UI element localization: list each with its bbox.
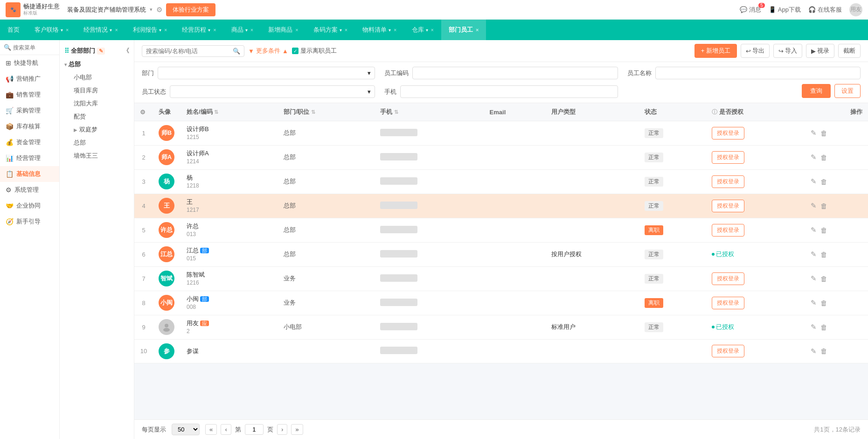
try-btn[interactable]: 体验行业方案 bbox=[166, 3, 215, 16]
tree-node-distribution[interactable]: 配货 bbox=[60, 110, 134, 123]
delete-btn[interactable]: 🗑 bbox=[820, 299, 827, 307]
tab-operation[interactable]: 经营情况 ▾ × bbox=[76, 20, 125, 40]
col-phone[interactable]: 手机 ⇅ bbox=[375, 103, 484, 121]
edit-btn[interactable]: ✎ bbox=[811, 250, 817, 258]
phone-input[interactable] bbox=[400, 85, 618, 98]
export-btn[interactable]: ↩ 导出 bbox=[741, 44, 770, 58]
sidebar-item-system[interactable]: ⚙ 系统管理 bbox=[0, 182, 59, 198]
delete-btn[interactable]: 🗑 bbox=[820, 129, 827, 137]
emp-name-input[interactable] bbox=[655, 67, 861, 79]
auth-login-btn[interactable]: 授权登录 bbox=[712, 297, 744, 309]
page-input[interactable] bbox=[245, 424, 264, 435]
tree-node-project[interactable]: 项目库房 bbox=[60, 84, 134, 97]
auth-login-btn[interactable]: 授权登录 bbox=[712, 345, 744, 357]
sidebar-item-finance[interactable]: 💰 资金管理 bbox=[0, 134, 59, 150]
settings-icon[interactable]: ⚙ bbox=[140, 109, 146, 116]
col-settings[interactable]: ⚙ bbox=[134, 103, 153, 121]
set-btn[interactable]: 设置 bbox=[834, 84, 861, 98]
sidebar-item-operation[interactable]: 📊 经营管理 bbox=[0, 150, 59, 166]
edit-btn[interactable]: ✎ bbox=[811, 129, 817, 137]
sidebar-item-purchase[interactable]: 🛒 采购管理 bbox=[0, 103, 59, 118]
show-resigned-wrap[interactable]: ✓ 显示离职员工 bbox=[292, 47, 337, 55]
delete-btn[interactable]: 🗑 bbox=[820, 202, 827, 210]
delete-btn[interactable]: 🗑 bbox=[820, 323, 827, 331]
gear-button[interactable]: ⚙ bbox=[156, 6, 162, 14]
per-page-select[interactable]: 50 100 bbox=[172, 424, 200, 435]
tree-node-double-dream[interactable]: ▶ 双庭梦 bbox=[60, 123, 134, 136]
tab-profit-close[interactable]: × bbox=[164, 27, 167, 33]
auth-login-btn[interactable]: 授权登录 bbox=[712, 272, 744, 285]
tab-employee-close[interactable]: × bbox=[476, 27, 479, 33]
edit-btn[interactable]: ✎ bbox=[811, 202, 817, 210]
edit-btn[interactable]: ✎ bbox=[811, 299, 817, 307]
user-btn[interactable]: 用友 bbox=[849, 3, 862, 16]
delete-btn[interactable]: 🗑 bbox=[820, 153, 827, 161]
more-btn[interactable]: 截断 bbox=[838, 44, 861, 58]
tab-history-close[interactable]: × bbox=[213, 27, 216, 33]
tab-warehouse[interactable]: 仓库 ▾ × bbox=[404, 20, 441, 40]
edit-btn[interactable]: ✎ bbox=[811, 323, 817, 331]
emp-code-input[interactable] bbox=[412, 67, 618, 79]
message-btn[interactable]: 💬 消息 5 bbox=[740, 6, 761, 14]
auth-login-btn[interactable]: 授权登录 bbox=[712, 175, 744, 188]
view-btn[interactable]: ▶ 视录 bbox=[806, 44, 834, 58]
last-page-btn[interactable]: » bbox=[291, 424, 303, 435]
prev-page-btn[interactable]: ‹ bbox=[221, 424, 231, 435]
delete-btn[interactable]: 🗑 bbox=[820, 251, 827, 258]
tab-add-goods-close[interactable]: × bbox=[295, 27, 298, 33]
dept-select[interactable]: ▾ bbox=[158, 67, 375, 79]
sidebar-item-inventory[interactable]: 📦 库存核算 bbox=[0, 118, 59, 134]
tree-node-wall-king[interactable]: 墙饰王三 bbox=[60, 149, 134, 162]
tab-employee[interactable]: 部门员工 × bbox=[441, 20, 486, 40]
tab-customer[interactable]: 客户联络 ▾ × bbox=[27, 20, 76, 40]
first-page-btn[interactable]: « bbox=[205, 424, 217, 435]
tab-add-goods[interactable]: 新增商品 × bbox=[261, 20, 306, 40]
edit-btn[interactable]: ✎ bbox=[811, 153, 817, 161]
sidebar-item-marketing[interactable]: 📢 营销推广 bbox=[0, 71, 59, 87]
tab-barcode-close[interactable]: × bbox=[345, 27, 347, 33]
add-employee-btn[interactable]: + 新增员工 bbox=[694, 44, 737, 58]
next-page-btn[interactable]: › bbox=[277, 424, 287, 435]
tab-home[interactable]: 首页 bbox=[0, 20, 27, 40]
tab-material-close[interactable]: × bbox=[394, 27, 396, 33]
edit-btn[interactable]: ✎ bbox=[811, 177, 817, 186]
delete-btn[interactable]: 🗑 bbox=[820, 178, 827, 186]
tab-material[interactable]: 物料清单 ▾ × bbox=[355, 20, 404, 40]
sys-title-arrow[interactable]: ▾ bbox=[150, 7, 153, 13]
tree-node-small-elec[interactable]: 小电部 bbox=[60, 71, 134, 84]
sidebar-item-guide[interactable]: 🧭 新手引导 bbox=[0, 214, 59, 230]
auth-login-btn[interactable]: 授权登录 bbox=[712, 151, 744, 164]
tab-warehouse-close[interactable]: × bbox=[431, 27, 434, 33]
tab-goods[interactable]: 商品 ▾ × bbox=[224, 20, 261, 40]
tree-edit-icon[interactable]: ✎ bbox=[97, 48, 105, 55]
sidebar-item-basic-info[interactable]: 📋 基础信息 bbox=[0, 166, 59, 182]
tab-operation-close[interactable]: × bbox=[115, 27, 118, 33]
tab-customer-close[interactable]: × bbox=[66, 27, 69, 33]
col-dept[interactable]: 部门/职位 ⇅ bbox=[278, 103, 375, 121]
edit-btn[interactable]: ✎ bbox=[811, 347, 817, 355]
edit-btn[interactable]: ✎ bbox=[811, 274, 817, 283]
tab-goods-close[interactable]: × bbox=[250, 27, 253, 33]
delete-btn[interactable]: 🗑 bbox=[820, 275, 827, 283]
tree-header-label[interactable]: 全部部门 bbox=[71, 47, 95, 55]
tab-profit[interactable]: 利润报告 ▾ × bbox=[125, 20, 174, 40]
tab-barcode[interactable]: 条码方案 ▾ × bbox=[306, 20, 355, 40]
delete-btn[interactable]: 🗑 bbox=[820, 226, 827, 234]
tree-node-headquarters[interactable]: ▾ 总部 bbox=[60, 58, 134, 71]
sidebar-search-input[interactable] bbox=[13, 44, 50, 51]
sidebar-item-collab[interactable]: 🤝 企业协同 bbox=[0, 198, 59, 214]
search-input[interactable] bbox=[146, 48, 231, 55]
auth-login-btn[interactable]: 授权登录 bbox=[712, 127, 744, 139]
online-service-btn[interactable]: 🎧 在线客服 bbox=[808, 6, 842, 14]
delete-btn[interactable]: 🗑 bbox=[820, 347, 827, 355]
tree-node-hq2[interactable]: 总部 bbox=[60, 136, 134, 149]
tree-node-shenyang[interactable]: 沈阳大库 bbox=[60, 97, 134, 110]
query-btn[interactable]: 查询 bbox=[802, 84, 831, 98]
sidebar-item-sales[interactable]: 💼 销售管理 bbox=[0, 87, 59, 103]
tab-history[interactable]: 经营历程 ▾ × bbox=[174, 20, 223, 40]
app-download-btn[interactable]: 📱 App下载 bbox=[769, 6, 801, 14]
col-name[interactable]: 姓名/编码 ⇅ bbox=[181, 103, 278, 121]
sidebar-item-quick-nav[interactable]: ⊞ 快捷导航 bbox=[0, 55, 59, 71]
filter-more-btn[interactable]: ▼ 更多条件 ▲ bbox=[248, 47, 288, 55]
edit-btn[interactable]: ✎ bbox=[811, 226, 817, 234]
